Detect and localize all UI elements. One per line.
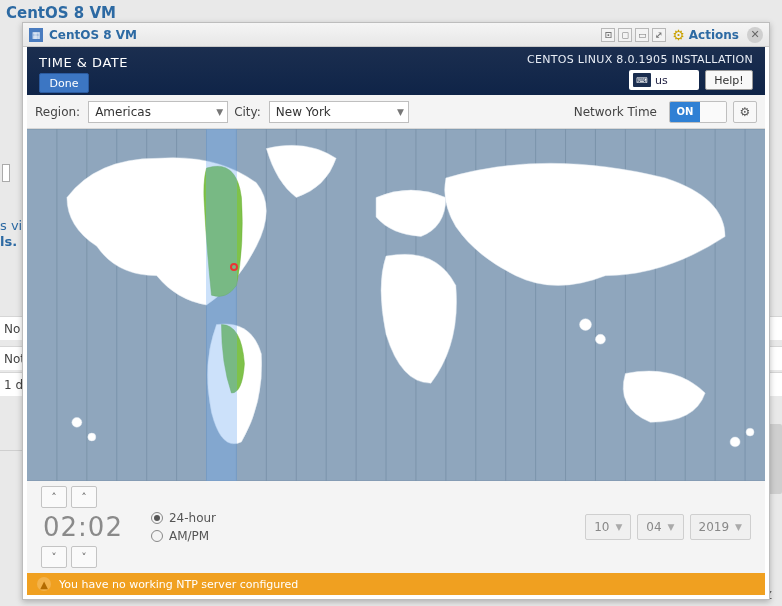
vm-titlebar: ▦ CentOS 8 VM ⊡ ◻ ▭ ⤢ ⚙ Actions ✕	[23, 23, 769, 47]
warning-text: You have no working NTP server configure…	[59, 578, 298, 591]
anaconda-installer: TIME & DATE Done CENTOS LINUX 8.0.1905 I…	[27, 47, 765, 595]
network-time-toggle[interactable]: ON	[669, 101, 727, 123]
region-label: Region:	[35, 105, 80, 119]
chevron-down-icon: ▼	[668, 522, 675, 532]
city-label: City:	[234, 105, 261, 119]
timezone-map[interactable]	[27, 129, 765, 481]
minute-down-button[interactable]: ˅	[71, 546, 97, 568]
vm-title: CentOS 8 VM	[49, 28, 137, 42]
date-picker: 10 ▼ 04 ▼ 2019 ▼	[585, 514, 751, 540]
svg-point-27	[72, 417, 82, 427]
page-title: TIME & DATE	[39, 55, 128, 70]
date-month-value: 04	[646, 520, 661, 534]
radio-icon	[151, 530, 163, 542]
radio-ampm[interactable]: AM/PM	[151, 529, 216, 543]
city-combo[interactable]: New York ▼	[269, 101, 409, 123]
chevron-down-icon: ▼	[735, 522, 742, 532]
svg-point-30	[746, 428, 754, 436]
radio-ampm-label: AM/PM	[169, 529, 209, 543]
gear-icon[interactable]: ⚙	[672, 27, 685, 43]
chevron-down-icon: ▼	[216, 107, 223, 117]
date-day-value: 10	[594, 520, 609, 534]
help-button[interactable]: Help!	[705, 70, 753, 90]
date-year-value: 2019	[699, 520, 730, 534]
toggle-on-label: ON	[670, 102, 700, 122]
hour-down-button[interactable]: ˅	[41, 546, 67, 568]
time-date-controls: ˄ ˄ 02:02 ˅ ˅ 24-hour AM/PM	[27, 481, 765, 573]
hour-up-button[interactable]: ˄	[41, 486, 67, 508]
region-value: Americas	[95, 105, 151, 119]
date-month-combo[interactable]: 04 ▼	[637, 514, 683, 540]
keyboard-icon: ⌨	[633, 73, 651, 87]
vm-icon: ▦	[29, 28, 43, 42]
bg-fragment: ls.	[0, 234, 17, 249]
svg-point-29	[730, 437, 740, 447]
date-day-combo[interactable]: 10 ▼	[585, 514, 631, 540]
installer-subtitle: CENTOS LINUX 8.0.1905 INSTALLATION	[527, 53, 753, 66]
svg-point-32	[595, 334, 605, 344]
titlebar-btn-1[interactable]: ⊡	[601, 28, 615, 42]
close-icon[interactable]: ✕	[747, 27, 763, 43]
network-time-label: Network Time	[574, 105, 657, 119]
svg-point-31	[580, 319, 592, 331]
titlebar-btn-4[interactable]: ⤢	[652, 28, 666, 42]
keyboard-layout-indicator[interactable]: ⌨ us	[629, 70, 699, 90]
warning-icon: ▲	[37, 577, 51, 591]
time-readout: 02:02	[41, 512, 125, 542]
side-tab[interactable]	[2, 164, 10, 182]
titlebar-btn-2[interactable]: ◻	[618, 28, 632, 42]
gear-icon: ⚙	[740, 105, 751, 119]
warning-bar: ▲ You have no working NTP server configu…	[27, 573, 765, 595]
city-value: New York	[276, 105, 331, 119]
actions-menu[interactable]: Actions	[689, 28, 739, 42]
timezone-toolbar: Region: Americas ▼ City: New York ▼ Netw…	[27, 95, 765, 129]
time-format-radios: 24-hour AM/PM	[151, 511, 216, 543]
chevron-down-icon: ▼	[397, 107, 404, 117]
done-button[interactable]: Done	[39, 73, 89, 93]
date-year-combo[interactable]: 2019 ▼	[690, 514, 751, 540]
ntp-config-button[interactable]: ⚙	[733, 101, 757, 123]
installer-header: TIME & DATE Done CENTOS LINUX 8.0.1905 I…	[27, 47, 765, 95]
svg-point-28	[88, 433, 96, 441]
region-combo[interactable]: Americas ▼	[88, 101, 228, 123]
toggle-knob	[700, 102, 726, 122]
world-map-svg	[27, 129, 765, 481]
chevron-down-icon: ▼	[615, 522, 622, 532]
radio-icon	[151, 512, 163, 524]
host-window-title: CentOS 8 VM	[0, 0, 782, 24]
titlebar-btn-3[interactable]: ▭	[635, 28, 649, 42]
vm-console-window: ▦ CentOS 8 VM ⊡ ◻ ▭ ⤢ ⚙ Actions ✕ TIME &…	[22, 22, 770, 600]
keyboard-layout-label: us	[655, 74, 668, 87]
minute-up-button[interactable]: ˄	[71, 486, 97, 508]
bg-scrollbar[interactable]	[768, 424, 782, 494]
radio-24hour-label: 24-hour	[169, 511, 216, 525]
radio-24hour[interactable]: 24-hour	[151, 511, 216, 525]
time-spinner: ˄ ˄ 02:02 ˅ ˅	[41, 486, 125, 568]
